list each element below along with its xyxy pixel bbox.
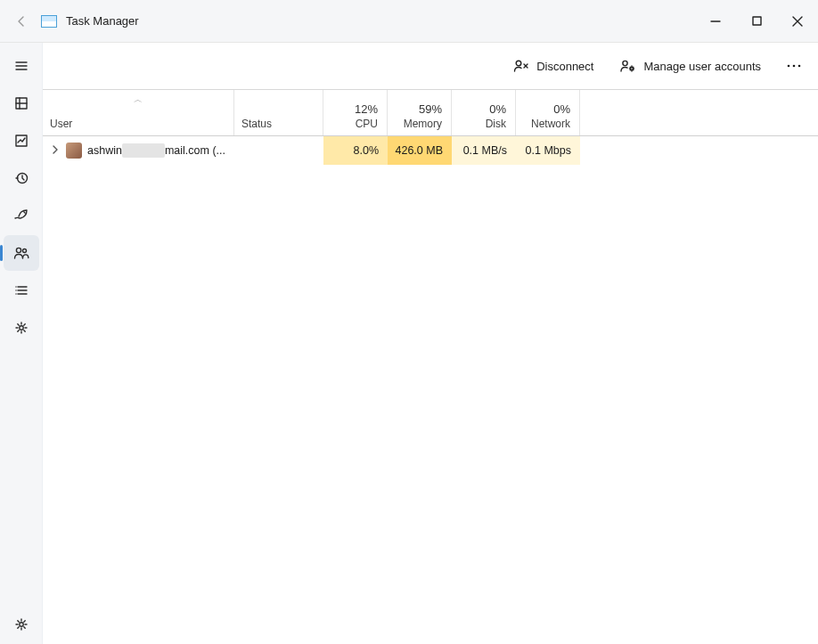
disk-percent: 0% [489, 102, 506, 116]
nav-app-history[interactable] [4, 160, 39, 196]
users-gear-icon [620, 59, 636, 73]
column-memory[interactable]: 59% Memory [388, 90, 452, 135]
svg-point-6 [19, 326, 22, 330]
column-user-label: User [50, 118, 72, 130]
sort-indicator-icon: ︿ [134, 94, 143, 106]
column-disk[interactable]: 0% Disk [452, 90, 516, 135]
svg-point-12 [793, 65, 796, 68]
network-label: Network [531, 118, 570, 130]
cpu-label: CPU [356, 118, 378, 130]
svg-point-8 [516, 61, 521, 66]
expand-caret-icon[interactable] [50, 144, 61, 157]
content-area: Disconnect Manage user accounts ︿ User S… [43, 43, 818, 644]
nav-details[interactable] [4, 273, 39, 308]
svg-rect-0 [753, 17, 761, 25]
nav-menu-button[interactable] [4, 48, 39, 84]
column-network[interactable]: 0% Network [516, 90, 580, 135]
table-row[interactable]: ashwin mail.com (... 8.0% 426.0 MB 0.1 M… [43, 136, 818, 165]
memory-label: Memory [404, 118, 442, 130]
nav-processes[interactable] [4, 86, 39, 121]
back-button[interactable] [7, 7, 36, 36]
memory-percent: 59% [419, 102, 442, 116]
disconnect-label: Disconnect [536, 60, 593, 73]
cell-memory: 426.0 MB [388, 136, 452, 165]
column-user[interactable]: ︿ User [43, 90, 234, 135]
user-name-prefix: ashwin [87, 144, 122, 157]
column-cpu[interactable]: 12% CPU [323, 90, 388, 135]
title-bar: Task Manager [0, 0, 818, 43]
cpu-percent: 12% [355, 102, 378, 116]
user-name-suffix: mail.com (... [165, 144, 225, 157]
disk-label: Disk [486, 118, 506, 130]
svg-point-4 [16, 248, 20, 252]
column-status-label: Status [241, 118, 272, 130]
network-percent: 0% [553, 102, 570, 116]
svg-point-11 [788, 65, 790, 68]
users-table: ︿ User Status 12% CPU 59% Memory 0% Disk [43, 89, 818, 165]
cell-user: ashwin mail.com (... [43, 136, 323, 165]
nav-performance[interactable] [4, 123, 39, 159]
manage-users-button[interactable]: Manage user accounts [611, 53, 770, 78]
user-avatar [66, 143, 82, 159]
sidebar [0, 43, 43, 644]
cell-network: 0.1 Mbps [516, 136, 580, 165]
app-icon [41, 15, 57, 28]
user-name-redacted [122, 143, 165, 158]
maximize-button[interactable] [736, 0, 777, 42]
column-status[interactable]: Status [234, 90, 323, 135]
toolbar: Disconnect Manage user accounts [43, 43, 818, 89]
cell-disk: 0.1 MB/s [452, 136, 516, 165]
window-controls [695, 0, 818, 42]
cell-cpu: 8.0% [323, 136, 388, 165]
manage-users-label: Manage user accounts [643, 60, 761, 73]
nav-settings[interactable] [4, 607, 39, 642]
svg-point-7 [19, 623, 22, 626]
minimize-button[interactable] [695, 0, 736, 42]
nav-startup[interactable] [4, 198, 39, 233]
svg-point-9 [623, 61, 627, 65]
more-options-button[interactable] [779, 51, 809, 81]
nav-users[interactable] [4, 235, 39, 271]
user-name: ashwin mail.com (... [87, 143, 225, 158]
window-title: Task Manager [66, 14, 139, 28]
table-header: ︿ User Status 12% CPU 59% Memory 0% Disk [43, 90, 818, 136]
disconnect-button[interactable]: Disconnect [504, 53, 602, 78]
close-button[interactable] [777, 0, 818, 42]
svg-point-13 [798, 65, 801, 68]
user-disconnect-icon [513, 59, 529, 73]
nav-services[interactable] [4, 310, 39, 346]
svg-point-5 [22, 249, 26, 253]
